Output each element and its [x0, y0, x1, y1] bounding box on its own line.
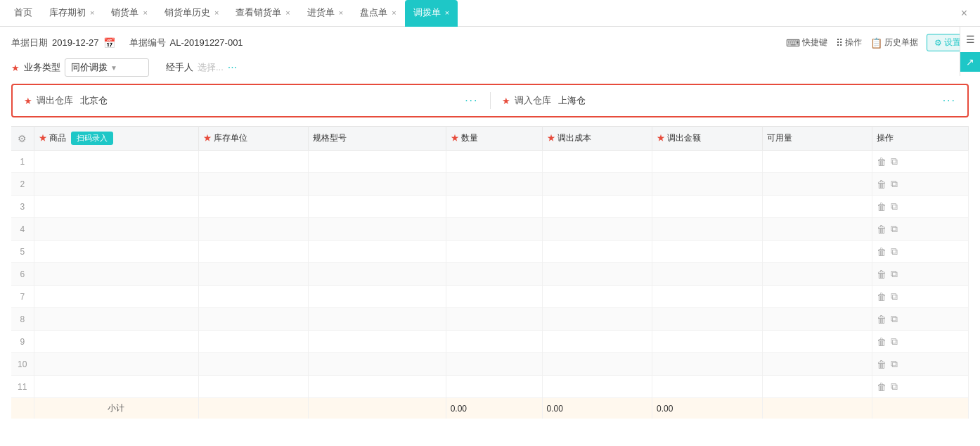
row-amount-8[interactable] [652, 308, 762, 331]
row-spec-8[interactable] [309, 308, 446, 331]
copy-icon-row-8[interactable]: ⧉ [891, 313, 898, 325]
row-cost-11[interactable] [542, 376, 652, 398]
row-qty-2[interactable] [446, 173, 542, 196]
transfer-out-more-icon[interactable]: ··· [465, 94, 478, 107]
row-amount-11[interactable] [652, 376, 762, 398]
business-type-select[interactable]: 同价调拨 ▼ [65, 58, 149, 77]
tab-sales-order-close[interactable]: × [143, 8, 147, 17]
tab-inventory-init[interactable]: 库存期初 × [41, 0, 103, 27]
tab-view-sales[interactable]: 查看销货单 × [227, 0, 298, 27]
copy-icon-row-7[interactable]: ⧉ [891, 291, 898, 302]
delete-icon-row-1[interactable]: 🗑 [877, 156, 886, 167]
delete-icon-row-9[interactable]: 🗑 [877, 336, 886, 348]
row-qty-4[interactable] [446, 218, 542, 241]
row-product-8[interactable] [34, 308, 198, 331]
right-panel-expand-icon[interactable]: ↗ [960, 52, 980, 72]
row-unit-2[interactable] [198, 173, 308, 196]
copy-icon-row-3[interactable]: ⧉ [891, 200, 898, 212]
row-unit-11[interactable] [198, 376, 308, 398]
tab-home[interactable]: 首页 [6, 0, 41, 27]
copy-icon-row-10[interactable]: ⧉ [891, 358, 898, 370]
delete-icon-row-6[interactable]: 🗑 [877, 269, 886, 280]
row-spec-6[interactable] [309, 263, 446, 286]
row-cost-7[interactable] [542, 286, 652, 308]
row-spec-10[interactable] [309, 353, 446, 376]
row-unit-10[interactable] [198, 353, 308, 376]
tab-purchase-order-close[interactable]: × [339, 8, 343, 17]
operation-tool[interactable]: ⠿ 操作 [836, 37, 862, 49]
row-amount-3[interactable] [652, 196, 762, 218]
row-cost-9[interactable] [542, 331, 652, 353]
delete-icon-row-3[interactable]: 🗑 [877, 201, 886, 212]
row-cost-10[interactable] [542, 353, 652, 376]
handler-placeholder[interactable]: 选择... [198, 61, 224, 74]
copy-icon-row-11[interactable]: ⧉ [891, 381, 898, 393]
tab-sales-history-close[interactable]: × [214, 8, 219, 17]
row-product-10[interactable] [34, 353, 198, 376]
delete-icon-row-5[interactable]: 🗑 [877, 246, 886, 257]
row-qty-5[interactable] [446, 241, 542, 263]
tab-sales-order[interactable]: 销货单 × [103, 0, 155, 27]
tab-transfer-order-close[interactable]: × [445, 8, 449, 17]
row-unit-5[interactable] [198, 241, 308, 263]
row-product-4[interactable] [34, 218, 198, 241]
row-qty-6[interactable] [446, 263, 542, 286]
row-product-7[interactable] [34, 286, 198, 308]
row-amount-10[interactable] [652, 353, 762, 376]
tab-purchase-order[interactable]: 进货单 × [299, 0, 352, 27]
table-settings-icon[interactable]: ⚙ [18, 133, 27, 144]
row-product-11[interactable] [34, 376, 198, 398]
row-product-1[interactable] [34, 151, 198, 173]
row-spec-2[interactable] [309, 173, 446, 196]
row-product-9[interactable] [34, 331, 198, 353]
row-unit-7[interactable] [198, 286, 308, 308]
calendar-icon[interactable]: 📅 [103, 37, 115, 49]
row-amount-2[interactable] [652, 173, 762, 196]
copy-icon-row-9[interactable]: ⧉ [891, 336, 898, 348]
shortcut-tool[interactable]: ⌨ 快捷键 [786, 37, 827, 49]
row-unit-6[interactable] [198, 263, 308, 286]
row-unit-1[interactable] [198, 151, 308, 173]
tab-sales-history[interactable]: 销货单历史 × [156, 0, 227, 27]
row-qty-10[interactable] [446, 353, 542, 376]
row-unit-9[interactable] [198, 331, 308, 353]
row-cost-6[interactable] [542, 263, 652, 286]
tab-view-sales-close[interactable]: × [285, 8, 290, 17]
row-amount-9[interactable] [652, 331, 762, 353]
row-unit-4[interactable] [198, 218, 308, 241]
tab-transfer-order[interactable]: 调拨单 × [405, 0, 458, 27]
row-unit-8[interactable] [198, 308, 308, 331]
row-qty-9[interactable] [446, 331, 542, 353]
handler-more-icon[interactable]: ··· [228, 61, 237, 74]
row-cost-5[interactable] [542, 241, 652, 263]
delete-icon-row-2[interactable]: 🗑 [877, 179, 886, 190]
row-amount-5[interactable] [652, 241, 762, 263]
row-qty-8[interactable] [446, 308, 542, 331]
row-amount-7[interactable] [652, 286, 762, 308]
copy-icon-row-4[interactable]: ⧉ [891, 223, 898, 235]
row-product-6[interactable] [34, 263, 198, 286]
tab-inventory-count[interactable]: 盘点单 × [352, 0, 404, 27]
delete-icon-row-11[interactable]: 🗑 [877, 381, 886, 393]
transfer-in-more-icon[interactable]: ··· [943, 94, 956, 107]
row-qty-7[interactable] [446, 286, 542, 308]
row-spec-7[interactable] [309, 286, 446, 308]
row-product-5[interactable] [34, 241, 198, 263]
right-panel-list-icon[interactable]: ☰ [960, 30, 980, 49]
tab-inventory-init-close[interactable]: × [90, 8, 94, 17]
row-amount-1[interactable] [652, 151, 762, 173]
row-cost-2[interactable] [542, 173, 652, 196]
row-unit-3[interactable] [198, 196, 308, 218]
copy-icon-row-6[interactable]: ⧉ [891, 268, 898, 280]
row-cost-8[interactable] [542, 308, 652, 331]
row-spec-4[interactable] [309, 218, 446, 241]
row-amount-4[interactable] [652, 218, 762, 241]
row-spec-11[interactable] [309, 376, 446, 398]
tab-inventory-count-close[interactable]: × [392, 8, 396, 17]
delete-icon-row-7[interactable]: 🗑 [877, 291, 886, 302]
history-tool[interactable]: 📋 历史单据 [870, 37, 918, 49]
row-cost-4[interactable] [542, 218, 652, 241]
copy-icon-row-2[interactable]: ⧉ [891, 178, 898, 190]
row-amount-6[interactable] [652, 263, 762, 286]
row-spec-5[interactable] [309, 241, 446, 263]
